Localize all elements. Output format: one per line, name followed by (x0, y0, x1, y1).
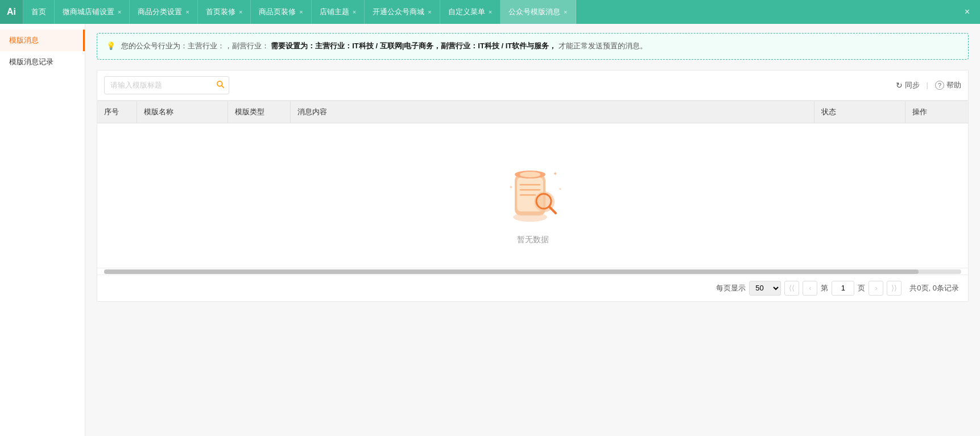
sidebar-item-template-message[interactable]: 模版消息 (0, 30, 85, 51)
logo-text: Ai (7, 7, 16, 17)
col-action: 操作 (905, 101, 968, 123)
col-type: 模版类型 (228, 101, 291, 123)
last-page-button[interactable]: ⟩⟩ (887, 281, 902, 296)
tab-product-decor[interactable]: 商品页装修 × (251, 0, 311, 24)
tab-open-shop-label: 开通公众号商城 (373, 7, 424, 17)
col-status: 状态 (814, 101, 905, 123)
tab-bar: Ai 首页 微商城店铺设置 × 商品分类设置 × 首页装修 × 商品页装修 × … (0, 0, 980, 24)
svg-line-1 (221, 85, 224, 88)
total-info: 共0页, 0条记录 (909, 283, 959, 293)
tab-home-decor-label: 首页装修 (206, 7, 235, 17)
prev-page-icon: ‹ (809, 284, 811, 292)
tab-open-shop[interactable]: 开通公众号商城 × (365, 0, 440, 24)
col-index: 序号 (97, 101, 137, 123)
empty-illustration: ✦ ✦ ✦ (499, 157, 567, 226)
col-name: 模版名称 (137, 101, 228, 123)
tab-shop-theme-close[interactable]: × (353, 9, 356, 15)
sync-icon: ↻ (896, 81, 903, 90)
toolbar-divider: | (927, 81, 928, 89)
tab-template-msg-label: 公众号模版消息 (508, 7, 560, 17)
sidebar: 模版消息 模版消息记录 (0, 24, 85, 436)
notice-suffix: 才能正常发送预置的消息。 (559, 41, 647, 50)
notice-highlight: 需要设置为：主营行业：IT科技 / 互联网|电子商务，副营行业：IT科技 / I… (271, 41, 556, 50)
tab-custom-menu-label: 自定义菜单 (448, 7, 485, 17)
help-icon: ? (935, 81, 944, 90)
sidebar-item-template-record[interactable]: 模版消息记录 (0, 51, 85, 73)
first-page-icon: ⟨⟨ (789, 284, 795, 292)
main-layout: 模版消息 模版消息记录 💡 您的公众号行业为：主营行业：，副营行业： 需要设置为… (0, 24, 980, 436)
pagination: 每页显示 50 10 20 100 ⟨⟨ ‹ 第 页 › (97, 275, 968, 301)
search-input-wrap (104, 76, 229, 94)
scrollbar-track (104, 269, 961, 274)
next-page-icon: › (875, 284, 877, 292)
help-label: 帮助 (946, 80, 961, 90)
svg-text:✦: ✦ (553, 171, 557, 177)
next-page-button[interactable]: › (869, 281, 883, 296)
sync-button[interactable]: ↻ 同步 (896, 80, 920, 90)
svg-point-9 (520, 172, 540, 177)
tab-shop-theme-label: 店铺主题 (320, 7, 349, 17)
empty-text: 暂无数据 (517, 235, 549, 245)
tab-home-decor[interactable]: 首页装修 × (198, 0, 251, 24)
tab-custom-menu-close[interactable]: × (489, 9, 492, 15)
search-icon (216, 81, 225, 90)
svg-text:✦: ✦ (559, 187, 562, 191)
table-header: 序号 模版名称 模版类型 消息内容 状态 操作 (97, 101, 968, 123)
tab-custom-menu[interactable]: 自定义菜单 × (440, 0, 501, 24)
page-word: 第 (821, 283, 828, 293)
help-button[interactable]: ? 帮助 (935, 80, 961, 90)
search-input[interactable] (104, 76, 229, 94)
page-number-input[interactable] (832, 281, 854, 296)
data-table: 序号 模版名称 模版类型 消息内容 状态 操作 (97, 101, 969, 302)
empty-state: ✦ ✦ ✦ 暂无数据 (97, 123, 968, 268)
scrollbar-thumb (104, 269, 919, 274)
page-size-select[interactable]: 50 10 20 100 (749, 281, 781, 296)
first-page-button[interactable]: ⟨⟨ (784, 281, 799, 296)
svg-point-0 (217, 81, 222, 86)
tab-micro-shop[interactable]: 微商城店铺设置 × (55, 0, 130, 24)
tab-home-label: 首页 (31, 7, 46, 17)
col-content: 消息内容 (291, 101, 814, 123)
notice-prefix: 您的公众号行业为：主营行业：，副营行业： (121, 41, 269, 50)
sidebar-item-template-message-label: 模版消息 (9, 36, 39, 44)
tab-micro-shop-close[interactable]: × (118, 9, 121, 15)
tab-product-category-close[interactable]: × (185, 9, 189, 15)
tab-home[interactable]: 首页 (23, 0, 55, 24)
tab-template-msg[interactable]: 公众号模版消息 × (501, 0, 576, 24)
content-area: 💡 您的公众号行业为：主营行业：，副营行业： 需要设置为：主营行业：IT科技 /… (85, 24, 980, 436)
prev-page-button[interactable]: ‹ (803, 281, 817, 296)
tab-home-decor-close[interactable]: × (239, 9, 242, 15)
global-close-button[interactable]: × (960, 7, 974, 17)
sync-label: 同步 (905, 80, 920, 90)
search-button[interactable] (216, 80, 225, 90)
svg-text:✦: ✦ (509, 185, 513, 190)
tab-shop-theme[interactable]: 店铺主题 × (312, 0, 365, 24)
tab-product-category[interactable]: 商品分类设置 × (130, 0, 197, 24)
logo-tab: Ai (0, 0, 23, 24)
sidebar-item-template-record-label: 模版消息记录 (9, 57, 53, 66)
tab-product-category-label: 商品分类设置 (138, 7, 182, 17)
toolbar-right: ↻ 同步 | ? 帮助 (896, 80, 961, 90)
tab-micro-shop-label: 微商城店铺设置 (63, 7, 114, 17)
tab-open-shop-close[interactable]: × (428, 9, 431, 15)
tab-product-decor-label: 商品页装修 (259, 7, 296, 17)
tab-template-msg-close[interactable]: × (564, 9, 567, 15)
notice-icon: 💡 (106, 41, 115, 50)
last-page-icon: ⟩⟩ (891, 284, 897, 292)
notice-box: 💡 您的公众号行业为：主营行业：，副营行业： 需要设置为：主营行业：IT科技 /… (97, 33, 969, 60)
page-unit: 页 (858, 283, 865, 293)
tab-product-decor-close[interactable]: × (299, 9, 303, 15)
horizontal-scrollbar[interactable] (97, 268, 968, 275)
search-bar: ↻ 同步 | ? 帮助 (97, 70, 969, 101)
page-size-label: 每页显示 (716, 283, 746, 293)
